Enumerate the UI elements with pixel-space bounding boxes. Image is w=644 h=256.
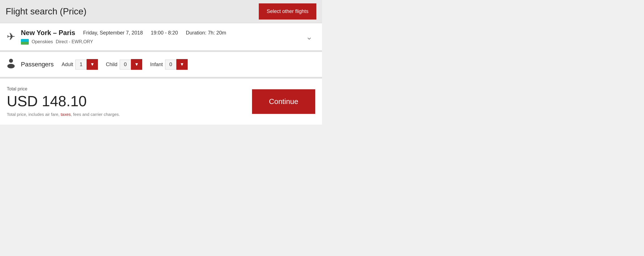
price-section: Total price USD 148.10 Total price, incl… (0, 79, 322, 125)
price-note-suffix: , fees and carrier charges. (71, 112, 120, 117)
infant-label: Infant (150, 62, 163, 68)
price-amount: USD 148.10 (7, 93, 120, 110)
airline-name: Openskies (32, 39, 53, 44)
flight-info-section: ✈ New York – Paris Friday, September 7, … (0, 23, 322, 52)
price-note-prefix: Total price, includes air fare, (7, 112, 61, 117)
flight-route: New York – Paris (21, 29, 75, 37)
continue-button[interactable]: Continue (252, 89, 315, 114)
child-dropdown-button[interactable]: ▼ (131, 59, 142, 70)
child-group: Child 0 ▼ (106, 59, 142, 70)
flight-expand-icon[interactable]: ⌄ (306, 32, 315, 42)
infant-dropdown-button[interactable]: ▼ (176, 59, 188, 70)
page-title: Flight search (Price) (6, 6, 86, 17)
adult-group: Adult 1 ▼ (62, 59, 98, 70)
plane-icon: ✈ (7, 31, 15, 43)
flight-type: Direct - EWR,ORY (56, 39, 93, 44)
price-note: Total price, includes air fare, taxes, f… (7, 112, 120, 117)
flight-airline-row: Openskies Direct - EWR,ORY (21, 39, 306, 45)
flight-details: New York – Paris Friday, September 7, 20… (21, 29, 306, 45)
price-info: Total price USD 148.10 Total price, incl… (7, 86, 120, 117)
passengers-section: Passengers Adult 1 ▼ Child 0 ▼ Infant 0 … (0, 52, 322, 79)
flight-route-row: New York – Paris Friday, September 7, 20… (21, 29, 306, 37)
child-label: Child (106, 62, 117, 68)
taxes-link[interactable]: taxes (61, 112, 71, 117)
passengers-label: Passengers (21, 61, 54, 68)
price-label: Total price (7, 86, 120, 92)
child-count: 0 (120, 60, 131, 70)
adult-count: 1 (75, 60, 87, 70)
infant-group: Infant 0 ▼ (150, 59, 188, 70)
svg-point-0 (9, 59, 13, 63)
flight-time: 19:00 - 8:20 (151, 30, 178, 36)
flight-duration: Duration: 7h: 20m (186, 30, 226, 36)
airline-logo (21, 39, 29, 45)
svg-point-1 (7, 64, 15, 68)
adult-dropdown-button[interactable]: ▼ (87, 59, 98, 70)
person-icon (7, 58, 15, 71)
infant-count: 0 (165, 60, 176, 70)
select-other-flights-button[interactable]: Select other flights (259, 3, 316, 19)
flight-date: Friday, September 7, 2018 (83, 30, 143, 36)
adult-label: Adult (62, 62, 73, 68)
header: Flight search (Price) Select other fligh… (0, 0, 322, 23)
